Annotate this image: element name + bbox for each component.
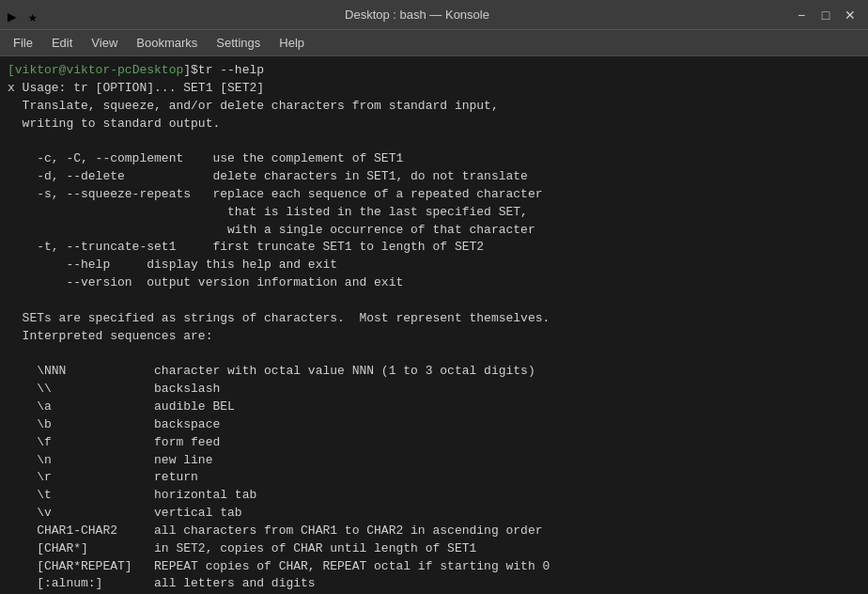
output-line-19: \n new line — [8, 452, 860, 470]
menu-settings[interactable]: Settings — [207, 32, 270, 54]
close-button[interactable]: ✕ — [840, 5, 860, 25]
output-line-blank-3 — [8, 346, 860, 364]
menu-help[interactable]: Help — [270, 32, 314, 54]
output-line-7: that is listed in the last specified SET… — [8, 204, 860, 222]
output-line-21: \t horizontal tab — [8, 487, 860, 505]
prompt-command: tr --help — [198, 62, 264, 80]
window-title: Desktop : bash — Konsole — [345, 8, 489, 22]
minimize-button[interactable]: − — [791, 5, 812, 25]
prompt-user-host: [viktor@viktor-pc — [8, 62, 132, 80]
output-line-8: with a single occurrence of that charact… — [8, 222, 860, 240]
output-line-23: CHAR1-CHAR2 all characters from CHAR1 to… — [8, 523, 860, 540]
app-icon-right: ★ — [28, 8, 43, 23]
menu-view[interactable]: View — [82, 32, 127, 54]
output-line-15: \\ backslash — [8, 381, 860, 399]
output-line-12: SETs are specified as strings of charact… — [8, 310, 860, 328]
command-prompt: [viktor@viktor-pc Desktop ]$ tr --help — [8, 62, 860, 80]
menu-bookmarks[interactable]: Bookmarks — [127, 32, 207, 54]
output-line-13: Interpreted sequences are: — [8, 328, 860, 346]
output-line-18: \f form feed — [8, 434, 860, 452]
output-line-26: [:alnum:] all letters and digits — [8, 575, 860, 593]
window-controls: − □ ✕ — [791, 5, 860, 25]
terminal-area[interactable]: [viktor@viktor-pc Desktop ]$ tr --help x… — [0, 56, 868, 594]
menu-file[interactable]: File — [4, 32, 42, 54]
output-line-11: --version output version information and… — [8, 274, 860, 292]
app-icon-left: ▶ — [8, 8, 23, 23]
output-line-3: writing to standard output. — [8, 116, 860, 133]
output-line-16: \a audible BEL — [8, 399, 860, 416]
output-line-22: \v vertical tab — [8, 505, 860, 523]
output-line-blank-2 — [8, 292, 860, 310]
output-line-9: -t, --truncate-set1 first truncate SET1 … — [8, 239, 860, 257]
output-line-4: -c, -C, --complement use the complement … — [8, 150, 860, 168]
output-line-25: [CHAR*REPEAT] REPEAT copies of CHAR, REP… — [8, 558, 860, 576]
menu-edit[interactable]: Edit — [42, 32, 82, 54]
output-line-6: -s, --squeeze-repeats replace each seque… — [8, 186, 860, 204]
output-line-1: x Usage: tr [OPTION]... SET1 [SET2] — [8, 80, 860, 98]
output-line-5: -d, --delete delete characters in SET1, … — [8, 168, 860, 186]
menu-bar: File Edit View Bookmarks Settings Help — [0, 30, 868, 56]
output-line-20: \r return — [8, 469, 860, 487]
output-line-14: \NNN character with octal value NNN (1 t… — [8, 363, 860, 381]
output-line-24: [CHAR*] in SET2, copies of CHAR until le… — [8, 540, 860, 558]
output-line-2: Translate, squeeze, and/or delete charac… — [8, 98, 860, 116]
output-line-10: --help display this help and exit — [8, 257, 860, 274]
prompt-suffix: ]$ — [183, 62, 198, 80]
title-bar: ▶ ★ Desktop : bash — Konsole − □ ✕ — [0, 0, 868, 30]
output-line-17: \b backspace — [8, 416, 860, 434]
output-line-blank-1 — [8, 133, 860, 150]
prompt-path: Desktop — [132, 62, 184, 80]
title-bar-left: ▶ ★ — [8, 8, 43, 23]
maximize-button[interactable]: □ — [815, 5, 836, 25]
